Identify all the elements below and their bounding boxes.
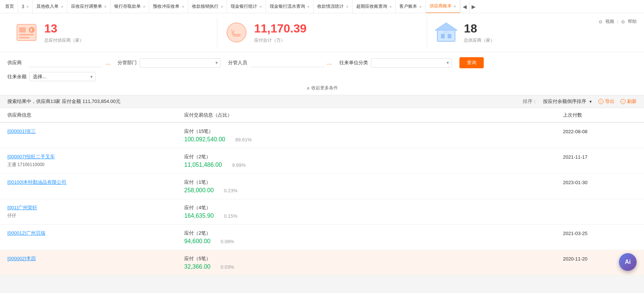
nav-tab-3-close[interactable]: ×: [27, 4, 29, 9]
sort-dropdown[interactable]: 按应付余额倒序排序 ▼: [543, 98, 592, 105]
supplier-link-4[interactable]: [000012]广州贝瑞: [7, 230, 45, 236]
nav-tab-cash-bank-stat-close[interactable]: ×: [259, 4, 262, 9]
nav-tab-home[interactable]: 首页: [1, 0, 18, 13]
nav-tab-adjust-close[interactable]: ×: [104, 4, 106, 9]
supplier-filter-dots[interactable]: ...: [105, 59, 110, 66]
query-button[interactable]: 查询: [459, 57, 484, 68]
nav-tab-adjust[interactable]: 应收应付调整单 ×: [67, 0, 111, 13]
supplier-link-3[interactable]: [001]广州荣轩: [7, 205, 37, 210]
help-label[interactable]: 帮助: [628, 18, 637, 25]
col-header-transaction: 应付交易信息（占比）: [184, 112, 563, 118]
nav-tab-overdue-label: 超期应收账查询: [356, 3, 387, 10]
lastpay-date-5: 2020-11-20: [563, 256, 588, 262]
trans-amount-4[interactable]: 94,600.00: [184, 238, 210, 245]
collapse-label: 收起更多条件: [311, 85, 338, 91]
refresh-btn[interactable]: ○ 刷新: [620, 98, 637, 105]
trans-pct-0: 89.61%: [235, 137, 252, 142]
nav-tab-3[interactable]: 3 ×: [18, 0, 33, 13]
table-row: [000012]广州贝瑞 应付（2笔） 94,600.00 0.08% 2021…: [0, 225, 644, 250]
lastpay-date-0: 2022-08-08: [563, 129, 588, 134]
nav-tab-supplier-ledger[interactable]: 供应商账本 ×: [426, 0, 460, 13]
stat-card-total-suppliers-content: 18 总供应商（家）: [464, 21, 495, 43]
nav-tab-other-income-close[interactable]: ×: [61, 4, 63, 9]
nav-tab-cash-flow-close[interactable]: ×: [307, 4, 309, 9]
supplier-col-3: [001]广州荣轩 仔仔: [7, 204, 184, 219]
trans-label-0: 应付（15笔）: [184, 128, 563, 135]
nav-tab-cash-bank-stat-label: 现金银行统计: [231, 3, 257, 10]
lastpay-col-4: 2021-03-25: [563, 230, 637, 236]
supplier-link-2[interactable]: [00100]本特勤油品有限公司: [7, 179, 66, 185]
trans-row-0: 100,092,540.00 89.61%: [184, 136, 563, 143]
export-label: 导出: [605, 98, 615, 105]
person-filter-label: 分管人员: [228, 59, 247, 66]
supplier-col-0: [000001]张三: [7, 128, 184, 135]
filter-category: 往来单位分类 ▼: [339, 58, 452, 68]
ai-button[interactable]: Ai: [619, 253, 637, 271]
refresh-label: 刷新: [627, 98, 637, 105]
trans-amount-3[interactable]: 164,635.90: [184, 213, 214, 219]
supplier-link-0[interactable]: [000001]张三: [7, 128, 36, 134]
nav-tab-customer-ledger[interactable]: 客户账本 ×: [396, 0, 426, 13]
transaction-col-1: 应付（2笔） 11,051,486.00 9.89%: [184, 154, 563, 168]
nav-tab-overdue-close[interactable]: ×: [389, 4, 392, 9]
trans-amount-1[interactable]: 11,051,486.00: [184, 162, 222, 168]
nav-tab-collection-stat-close[interactable]: ×: [346, 4, 348, 9]
total-suppliers-icon: [434, 21, 458, 44]
export-btn[interactable]: ○ 导出: [598, 98, 615, 105]
nav-tab-cash-flow[interactable]: 现金银行流水查询 ×: [266, 0, 314, 13]
supplier-filter-input[interactable]: [29, 58, 102, 67]
trans-pct-5: 0.03%: [221, 264, 234, 270]
nav-tab-overdue[interactable]: 超期应收账查询 ×: [353, 0, 396, 13]
nav-tab-cash-bank-stat[interactable]: 现金银行统计 ×: [227, 0, 266, 13]
svg-rect-1: [19, 27, 26, 32]
supplier-link-5[interactable]: [000002]李四: [7, 256, 36, 261]
lastpay-col-0: 2022-08-08: [563, 128, 637, 134]
svg-rect-14: [443, 31, 449, 34]
supplier-col-2: [00100]本特勤油品有限公司: [7, 179, 184, 186]
nav-tab-home-label: 首页: [5, 3, 14, 10]
svg-rect-8: [233, 35, 240, 37]
sort-chevron-icon: ▼: [589, 100, 592, 104]
nav-tab-collection[interactable]: 收款核销执行 ×: [188, 0, 227, 13]
collapse-btn[interactable]: ∧ 收起更多条件: [7, 85, 637, 91]
actions-divider: |: [617, 19, 618, 24]
trans-amount-0[interactable]: 100,092,540.00: [184, 136, 225, 143]
category-filter-select[interactable]: [371, 58, 452, 68]
supplier-link-1[interactable]: [000007]恒旺二手叉车: [7, 154, 55, 159]
nav-tab-collection-stat[interactable]: 收款情况统计 ×: [314, 0, 352, 13]
trans-amount-5[interactable]: 32,366.00: [184, 263, 210, 270]
filter-row-2: 往来余额 选择... ▼: [7, 72, 637, 81]
table-wrapper: 供应商信息 应付交易信息（占比） 上次付数 [000001]张三 应付（15笔）…: [0, 108, 644, 276]
sort-value-label: 按应付余额倒序排序: [543, 99, 586, 104]
nav-next-arrow[interactable]: ▶: [469, 0, 478, 13]
nav-tab-other-income-label: 其他收入单: [36, 3, 59, 10]
video-label[interactable]: 视频: [605, 18, 614, 25]
trans-amount-2[interactable]: 258,000.00: [184, 187, 214, 194]
lastpay-date-2: 2023-01-30: [563, 180, 588, 185]
filter-supplier: 供应商 ...: [7, 58, 110, 67]
nav-tab-prepay-close[interactable]: ×: [182, 4, 184, 9]
nav-tab-prepay[interactable]: 预收冲应收单 ×: [149, 0, 188, 13]
nav-tab-supplier-ledger-close[interactable]: ×: [454, 4, 456, 8]
svg-rect-3: [19, 37, 29, 38]
supplier-sub-1: 王通 17106110000: [7, 162, 184, 168]
person-filter-dots[interactable]: ...: [327, 59, 332, 66]
nav-tab-customer-ledger-close[interactable]: ×: [419, 4, 421, 9]
balance-filter-select[interactable]: 选择...: [29, 72, 96, 81]
supplier-col-4: [000012]广州贝瑞: [7, 230, 184, 237]
person-filter-input[interactable]: [250, 58, 324, 67]
nav-prev-arrow[interactable]: ◀: [460, 0, 469, 13]
transaction-col-2: 应付（1笔） 258,000.00 0.23%: [184, 179, 563, 194]
nav-tab-bank-close[interactable]: ×: [143, 4, 145, 9]
results-actions: 排序： 按应付余额倒序排序 ▼ ○ 导出 ○ 刷新: [523, 98, 637, 105]
results-summary: 搜索结果中，供应商13家 应付金额 111,703,854.00元: [7, 98, 120, 105]
dept-filter-select[interactable]: [140, 58, 221, 68]
nav-tab-bank[interactable]: 银行存取款单 ×: [111, 0, 149, 13]
collapse-up-icon: ∧: [307, 86, 310, 91]
nav-tab-collection-close[interactable]: ×: [221, 4, 223, 9]
ai-button-label: Ai: [625, 259, 631, 265]
header-stats: ¥ 13 总应付供应商（家） ¥ 11,170.39 应付合计（万）: [0, 13, 644, 52]
nav-tab-other-income[interactable]: 其他收入单 ×: [33, 0, 67, 13]
sort-label: 排序：: [523, 98, 537, 105]
supplier-col-1: [000007]恒旺二手叉车 王通 17106110000: [7, 154, 184, 168]
